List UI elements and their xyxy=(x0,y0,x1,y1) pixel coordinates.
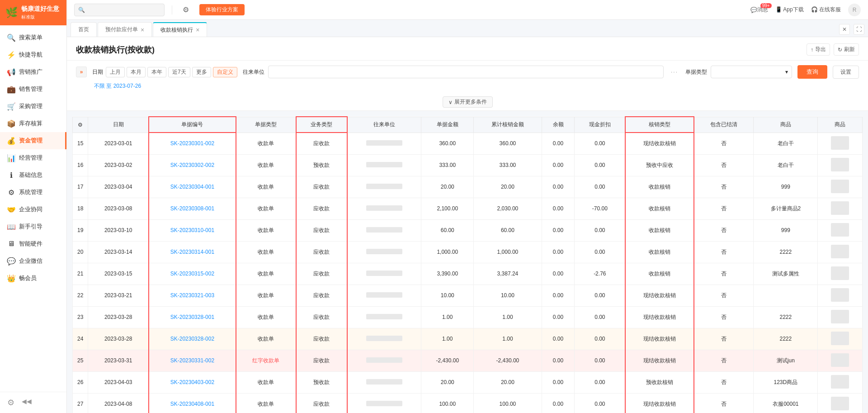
th-amount: 单据金额 xyxy=(421,117,474,133)
sidebar-icon: 📢 xyxy=(7,68,15,76)
sidebar-item-快捷导航[interactable]: ⚡快捷导航 xyxy=(0,46,66,63)
row-biz-type: 应收款 xyxy=(296,350,347,371)
th-date: 日期 xyxy=(88,117,149,133)
row-writeoff: 1,000.00 xyxy=(474,241,542,263)
message-badge[interactable]: 💬 消息 99+ xyxy=(750,6,768,14)
online-service[interactable]: 🎧 在线客服 xyxy=(811,6,841,14)
tab-close-btn[interactable]: ✕ xyxy=(839,24,850,35)
sidebar-bottom: ⚙ ◀◀ xyxy=(0,392,66,413)
row-discount: 0.00 xyxy=(575,285,625,306)
row-product1: 2222 xyxy=(754,241,818,263)
sidebar-item-营销推广[interactable]: 📢营销推广 xyxy=(0,63,66,81)
refresh-icon: ↻ xyxy=(838,47,842,53)
th-balance: 余额 xyxy=(542,117,575,133)
order-no-link[interactable]: SK-20230315-002 xyxy=(170,271,214,277)
row-settled: 否 xyxy=(694,306,754,328)
table-wrapper[interactable]: ⚙ 日期 单据编号 单据类型 业务类型 往来单位 单据金额 累计核销金额 余额 … xyxy=(67,111,868,413)
tab-home[interactable]: 首页 xyxy=(71,22,97,37)
row-settled: 否 xyxy=(694,219,754,241)
sidebar-item-搜索菜单[interactable]: 🔍搜索菜单 xyxy=(0,29,66,46)
order-no-link[interactable]: SK-20230314-001 xyxy=(170,249,214,255)
app-download[interactable]: 📱 App下载 xyxy=(775,6,804,14)
order-no-link[interactable]: SK-20230308-001 xyxy=(170,205,214,212)
sidebar-item-销售管理[interactable]: 💼销售管理 xyxy=(0,81,66,98)
page-actions: ↑ 导出 ↻ 刷新 xyxy=(807,43,859,56)
filter-partner-input[interactable] xyxy=(268,66,664,78)
order-no-link[interactable]: SK-20230403-002 xyxy=(170,379,214,385)
sidebar-item-采购管理[interactable]: 🛒采购管理 xyxy=(0,98,66,115)
sidebar-item-企业协同[interactable]: 🤝企业协同 xyxy=(0,201,66,218)
row-off-type: 现结收款核销 xyxy=(625,328,694,350)
filter-custom[interactable]: 自定义 xyxy=(213,67,237,77)
tab-controls: ✕ ⛶ xyxy=(839,24,864,37)
th-discount: 现金折扣 xyxy=(575,117,625,133)
order-no-link[interactable]: SK-20230310-001 xyxy=(170,227,214,233)
sidebar-item-资金管理[interactable]: 💰资金管理 xyxy=(0,132,66,149)
row-product1: 多计量商品2 xyxy=(754,198,818,219)
row-order-no: SK-20230328-002 xyxy=(149,328,236,350)
filter-order-type-label: 单据类型 xyxy=(685,68,707,76)
tab-expand-btn[interactable]: ⛶ xyxy=(854,24,864,35)
sidebar-item-企业微信[interactable]: 💬企业微信 xyxy=(0,252,66,270)
row-writeoff: 60.00 xyxy=(474,219,542,241)
order-no-link[interactable]: SK-20230328-002 xyxy=(170,336,214,342)
order-no-link[interactable]: SK-20230321-003 xyxy=(170,292,214,299)
row-product2 xyxy=(818,328,863,350)
filter-order-type-select[interactable]: ▾ xyxy=(711,66,792,78)
row-partner xyxy=(347,219,421,241)
filter-collapse-btn[interactable]: » xyxy=(76,66,87,77)
export-btn[interactable]: ↑ 导出 xyxy=(807,43,830,56)
row-biz-type: 应收款 xyxy=(296,198,347,219)
row-product2 xyxy=(818,285,863,306)
th-settings[interactable]: ⚙ xyxy=(73,117,88,133)
sidebar-item-库存核算[interactable]: 📦库存核算 xyxy=(0,115,66,132)
tab-writeoff-close[interactable]: × xyxy=(196,26,199,33)
sidebar-item-畅会员[interactable]: 👑畅会员 xyxy=(0,270,66,287)
sidebar-item-经营管理[interactable]: 📊经营管理 xyxy=(0,149,66,166)
row-balance: 0.00 xyxy=(542,328,575,350)
experience-btn[interactable]: 体验行业方案 xyxy=(199,4,245,15)
row-biz-type: 应收款 xyxy=(296,176,347,198)
filter-settings-btn[interactable]: 设置 xyxy=(833,66,859,79)
expand-more-btn[interactable]: ∨ 展开更多条件 xyxy=(443,96,493,108)
th-off-type: 核销类型 xyxy=(625,117,694,133)
row-product1: 999 xyxy=(754,176,818,198)
filter-this-month[interactable]: 本月 xyxy=(127,67,146,77)
order-no-link[interactable]: SK-20230304-001 xyxy=(170,184,214,190)
query-btn[interactable]: 查询 xyxy=(797,65,827,79)
row-date: 2023-03-28 xyxy=(88,328,149,350)
refresh-btn[interactable]: ↻ 刷新 xyxy=(834,43,859,56)
row-num: 23 xyxy=(73,306,88,328)
sidebar-collapse-icon[interactable]: ◀◀ xyxy=(22,398,32,408)
sidebar-item-新手引导[interactable]: 📖新手引导 xyxy=(0,218,66,235)
row-partner xyxy=(347,241,421,263)
filter-last-month[interactable]: 上月 xyxy=(106,67,125,77)
filter-this-year[interactable]: 本年 xyxy=(147,67,166,77)
topbar-gear-icon[interactable]: ⚙ xyxy=(179,4,192,16)
order-no-link[interactable]: SK-20230331-002 xyxy=(170,357,214,364)
row-writeoff: 10.00 xyxy=(474,285,542,306)
order-no-link[interactable]: SK-20230408-001 xyxy=(170,401,214,407)
sidebar-settings-icon[interactable]: ⚙ xyxy=(7,398,14,408)
tab-prepay-close[interactable]: × xyxy=(141,26,144,33)
sidebar-item-系统管理[interactable]: ⚙系统管理 xyxy=(0,184,66,201)
tab-writeoff[interactable]: 收款核销执行 × xyxy=(153,22,207,37)
row-settled: 否 xyxy=(694,393,754,413)
order-no-link[interactable]: SK-20230302-002 xyxy=(170,162,214,168)
order-no-link[interactable]: SK-20230328-001 xyxy=(170,314,214,320)
row-amount: 20.00 xyxy=(421,371,474,393)
sidebar-item-智能硬件[interactable]: 🖥智能硬件 xyxy=(0,235,66,252)
tab-prepay[interactable]: 预付款应付单 × xyxy=(98,22,152,37)
filter-more[interactable]: 更多 xyxy=(192,67,211,77)
filter-7days[interactable]: 近7天 xyxy=(168,67,190,77)
user-avatar[interactable]: R xyxy=(848,4,861,16)
order-no-link[interactable]: SK-20230301-002 xyxy=(170,140,214,147)
sidebar-item-基础信息[interactable]: ℹ基础信息 xyxy=(0,166,66,184)
row-num: 26 xyxy=(73,371,88,393)
row-biz-type: 应收款 xyxy=(296,219,347,241)
sidebar-item-label: 经营管理 xyxy=(19,154,42,162)
filter-dots[interactable]: ··· xyxy=(667,69,682,75)
app-logo: 🌿 畅康道好生意 标准版 xyxy=(0,0,66,25)
row-order-no: SK-20230315-002 xyxy=(149,263,236,285)
topbar-search[interactable]: 🔍 xyxy=(74,4,165,16)
